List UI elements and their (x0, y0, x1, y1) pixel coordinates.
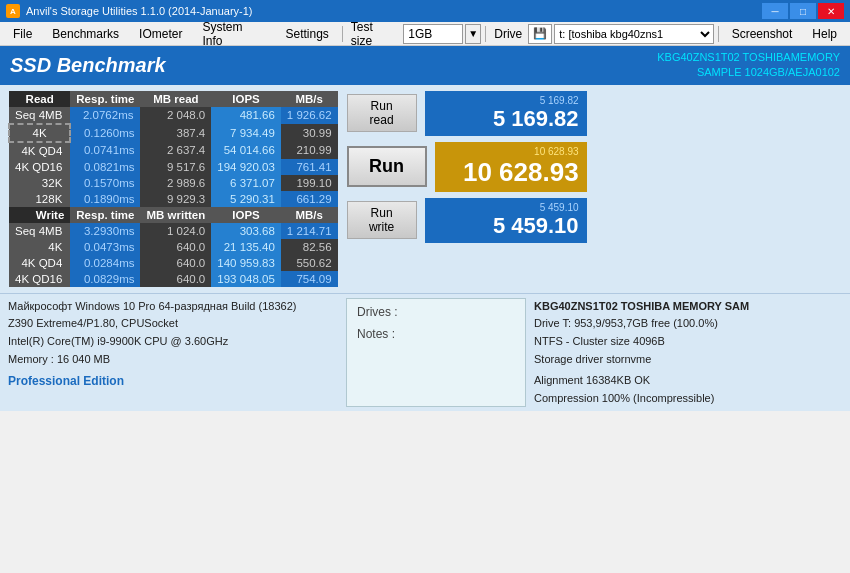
read-row-seq4mb: Seq 4MB 2.0762ms 2 048.0 481.66 1 926.62 (9, 107, 338, 124)
write-score-box: 5 459.10 5 459.10 (425, 198, 587, 243)
menu-settings[interactable]: Settings (276, 24, 337, 44)
right-panel: Run read 5 169.82 5 169.82 Run 10 628.93… (347, 91, 587, 287)
bottom-middle: Drives : Notes : (346, 298, 526, 408)
read-label-4kqd4: 4K QD4 (9, 142, 70, 159)
read-label-seq4mb: Seq 4MB (9, 107, 70, 124)
menu-benchmarks[interactable]: Benchmarks (43, 24, 128, 44)
write-mbs-4kqd16: 754.09 (281, 271, 338, 287)
read-mb-128k: 9 929.3 (140, 191, 211, 207)
read-mb-4k: 387.4 (140, 124, 211, 142)
bottom-right: KBG40ZNS1T02 TOSHIBA MEMORY SAM Drive T:… (534, 298, 842, 408)
read-row-4kqd16: 4K QD16 0.0821ms 9 517.6 194 920.03 761.… (9, 159, 338, 175)
drive-info-line1: Drive T: 953,9/953,7GB free (100.0%) (534, 315, 842, 333)
bottom-left: Майкрософт Windows 10 Pro 64-разрядная B… (8, 298, 338, 408)
model-line1: KBG40ZNS1T02 TOSHIBAMEMORY (657, 50, 840, 65)
read-label-4k: 4K (9, 124, 70, 142)
write-mb-4k: 640.0 (140, 239, 211, 255)
write-row-4k: 4K 0.0473ms 640.0 21 135.40 82.56 (9, 239, 338, 255)
col-mbs-write: MB/s (281, 207, 338, 223)
read-label-32k: 32K (9, 175, 70, 191)
read-iops-128k: 5 290.31 (211, 191, 281, 207)
sys-line1: Майкрософт Windows 10 Pro 64-разрядная B… (8, 298, 338, 316)
drive-info-title: KBG40ZNS1T02 TOSHIBA MEMORY SAM (534, 298, 842, 316)
run-button[interactable]: Run (347, 146, 427, 187)
read-label-128k: 128K (9, 191, 70, 207)
col-mb-written: MB written (140, 207, 211, 223)
col-mbs-read: MB/s (281, 91, 338, 107)
app-title: Anvil's Storage Utilities 1.1.0 (2014-Ja… (26, 5, 252, 17)
menu-iometer[interactable]: IOmeter (130, 24, 191, 44)
ssd-title: SSD Benchmark (10, 54, 166, 77)
bottom-area: Майкрософт Windows 10 Pro 64-разрядная B… (0, 293, 850, 412)
read-resp-32k: 0.1570ms (70, 175, 140, 191)
menu-sysinfo[interactable]: System Info (193, 24, 274, 44)
close-button[interactable]: ✕ (818, 3, 844, 19)
title-bar: A Anvil's Storage Utilities 1.1.0 (2014-… (0, 0, 850, 22)
write-header-row: Write Resp. time MB written IOPS MB/s (9, 207, 338, 223)
run-write-row: Run write 5 459.10 5 459.10 (347, 198, 587, 243)
write-resp-4kqd16: 0.0829ms (70, 271, 140, 287)
drive-select[interactable]: t: [toshiba kbg40zns1 (554, 24, 713, 44)
maximize-button[interactable]: □ (790, 3, 816, 19)
read-section-header: Read (9, 91, 70, 107)
run-write-button[interactable]: Run write (347, 201, 417, 239)
menu-separator-1 (342, 26, 343, 42)
read-row-4kqd4: 4K QD4 0.0741ms 2 637.4 54 014.66 210.99 (9, 142, 338, 159)
minimize-button[interactable]: ─ (762, 3, 788, 19)
run-read-row: Run read 5 169.82 5 169.82 (347, 91, 587, 136)
sys-line2: Z390 Extreme4/P1.80, CPUSocket (8, 315, 338, 333)
notes-label: Notes : (357, 327, 515, 341)
testsize-label: Test size (347, 20, 402, 48)
menu-screenshot[interactable]: Screenshot (723, 24, 802, 44)
run-read-button[interactable]: Run read (347, 94, 417, 132)
read-resp-seq4mb: 2.0762ms (70, 107, 140, 124)
drives-label: Drives : (357, 305, 515, 319)
read-mbs-128k: 661.29 (281, 191, 338, 207)
write-label-seq4mb: Seq 4MB (9, 223, 70, 239)
testsize-input[interactable] (403, 24, 463, 44)
col-resp-time-write: Resp. time (70, 207, 140, 223)
read-mb-seq4mb: 2 048.0 (140, 107, 211, 124)
write-iops-4kqd4: 140 959.83 (211, 255, 281, 271)
total-score-value: 10 628.93 (443, 157, 579, 188)
col-iops-write: IOPS (211, 207, 281, 223)
read-score-label: 5 169.82 (433, 95, 579, 106)
write-label-4kqd16: 4K QD16 (9, 271, 70, 287)
drive-icon: 💾 (533, 27, 547, 40)
read-mbs-4kqd4: 210.99 (281, 142, 338, 159)
drive-info-line2: NTFS - Cluster size 4096B (534, 333, 842, 351)
benchmark-table: Read Resp. time MB read IOPS MB/s Seq 4M… (8, 91, 339, 287)
read-resp-128k: 0.1890ms (70, 191, 140, 207)
professional-edition-label: Professional Edition (8, 372, 338, 391)
write-mbs-4k: 82.56 (281, 239, 338, 255)
write-row-4kqd4: 4K QD4 0.0284ms 640.0 140 959.83 550.62 (9, 255, 338, 271)
drive-icon-box: 💾 (528, 24, 552, 44)
col-mb-read: MB read (140, 91, 211, 107)
menu-file[interactable]: File (4, 24, 41, 44)
ssd-header: SSD Benchmark KBG40ZNS1T02 TOSHIBAMEMORY… (0, 46, 850, 85)
title-bar-controls: ─ □ ✕ (762, 3, 844, 19)
sys-line4: Memory : 16 040 MB (8, 351, 338, 369)
drive-info-line6: Compression 100% (Incompressible) (534, 390, 842, 408)
menu-separator-3 (718, 26, 719, 42)
write-mbs-seq4mb: 1 214.71 (281, 223, 338, 239)
read-resp-4kqd4: 0.0741ms (70, 142, 140, 159)
write-iops-4kqd16: 193 048.05 (211, 271, 281, 287)
total-score-label: 10 628.93 (443, 146, 579, 157)
write-mb-4kqd16: 640.0 (140, 271, 211, 287)
write-row-4kqd16: 4K QD16 0.0829ms 640.0 193 048.05 754.09 (9, 271, 338, 287)
read-row-32k: 32K 0.1570ms 2 989.6 6 371.07 199.10 (9, 175, 338, 191)
read-mb-32k: 2 989.6 (140, 175, 211, 191)
write-resp-4kqd4: 0.0284ms (70, 255, 140, 271)
read-mb-4kqd16: 9 517.6 (140, 159, 211, 175)
menu-help[interactable]: Help (803, 24, 846, 44)
testsize-dropdown[interactable]: ▼ (465, 24, 481, 44)
main-content: Read Resp. time MB read IOPS MB/s Seq 4M… (0, 85, 850, 293)
write-mb-seq4mb: 1 024.0 (140, 223, 211, 239)
write-score-label: 5 459.10 (433, 202, 579, 213)
total-score-box: 10 628.93 10 628.93 (435, 142, 587, 192)
ssd-model: KBG40ZNS1T02 TOSHIBAMEMORY SAMPLE 1024GB… (657, 50, 840, 81)
read-mbs-4k: 30.99 (281, 124, 338, 142)
read-row-128k: 128K 0.1890ms 9 929.3 5 290.31 661.29 (9, 191, 338, 207)
read-score-value: 5 169.82 (433, 106, 579, 132)
